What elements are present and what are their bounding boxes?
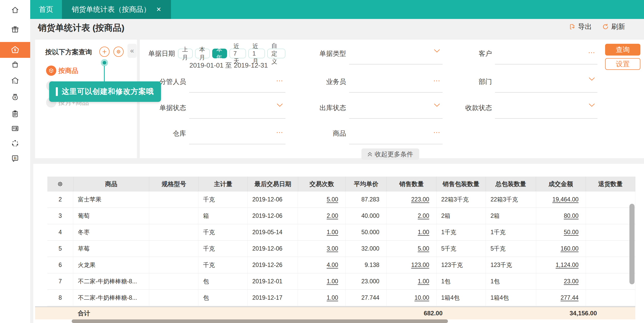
column-header-sales-qty[interactable]: 销售数量 — [387, 177, 436, 191]
panel-collapse-button[interactable]: « — [127, 44, 137, 58]
department-select[interactable] — [495, 77, 597, 93]
cell-unit: 千克 — [198, 257, 248, 273]
salesman-picker[interactable] — [349, 77, 443, 93]
warehouse-icon[interactable] — [0, 73, 30, 89]
cell-times-link[interactable]: 3.00 — [327, 245, 338, 252]
cell-times-link[interactable]: 5.00 — [327, 196, 338, 203]
query-button[interactable]: 查询 — [605, 44, 640, 56]
column-header-total-pkg[interactable]: 总包装数量 — [486, 177, 536, 191]
date-preset-1-month[interactable]: 近1月 — [248, 49, 265, 58]
gift-icon[interactable] — [0, 21, 30, 37]
cell-sales-qty-link[interactable]: 1.00 — [418, 229, 429, 236]
customer-picker[interactable] — [495, 49, 597, 64]
scheme-item-by-product[interactable]: 按商品 — [46, 66, 78, 76]
vertical-scrollbar-thumb[interactable] — [629, 204, 635, 284]
share-network-icon[interactable] — [0, 135, 30, 151]
table-row: 8 不二家-牛奶棒棒糖-8... 包 2019-12-17 1.00 27.74… — [47, 290, 635, 306]
cell-sales-qty-link[interactable]: 1.00 — [418, 278, 429, 285]
date-preset-this-month[interactable]: 本月 — [195, 49, 210, 58]
add-scheme-button[interactable] — [99, 47, 110, 57]
cell-sales-qty-link[interactable]: 2.00 — [418, 212, 429, 219]
payment-status-select[interactable] — [495, 103, 597, 119]
column-header-unit[interactable]: 主计量 — [199, 177, 248, 191]
scheme-settings-button[interactable] — [113, 47, 124, 57]
cell-amount-link[interactable]: 80.00 — [564, 212, 579, 219]
filter-salesman[interactable]: 业务员 — [302, 77, 443, 93]
date-range-value[interactable]: 2019-01-01 至 2019-12-31 — [189, 61, 268, 70]
outbound-status-select[interactable] — [349, 103, 443, 119]
column-header-returns[interactable]: 退货数量 — [586, 177, 635, 191]
cell-avg-price: 87.283 — [346, 191, 387, 208]
cell-times-link[interactable]: 1.00 — [327, 278, 338, 285]
manager-picker[interactable] — [189, 77, 285, 93]
cell-amount-link[interactable]: 19,464.00 — [552, 196, 578, 203]
cell-avg-price: 50.000 — [346, 224, 387, 240]
shopping-bag-icon[interactable] — [0, 57, 30, 72]
cell-returns — [586, 208, 635, 224]
column-header-times[interactable]: 交易次数 — [298, 177, 346, 191]
cell-times-link[interactable]: 2.00 — [327, 212, 338, 219]
filter-customer[interactable]: 客户 — [448, 49, 597, 64]
filter-warehouse[interactable]: 仓库 — [142, 128, 285, 144]
cell-sales-qty-link[interactable]: 123.00 — [411, 262, 429, 268]
filter-outbound-status[interactable]: 出库状态 — [302, 103, 443, 119]
warehouse-picker[interactable] — [189, 128, 285, 144]
column-header-spec[interactable]: 规格型号 — [149, 177, 198, 191]
cell-sales-pkg: 22箱3千克 — [437, 191, 486, 208]
cell-amount-link[interactable]: 277.44 — [561, 294, 578, 301]
cell-times-link[interactable]: 1.00 — [327, 229, 338, 236]
table-row: 4 冬枣 千克 2019-05-14 1.00 50.000 1.00 1千克 … — [47, 224, 635, 241]
filter-warehouse-label: 仓库 — [142, 128, 186, 144]
column-header-last-date[interactable]: 最后交易日期 — [248, 177, 298, 191]
tab-home[interactable]: 首页 — [30, 0, 62, 19]
date-preset-custom[interactable]: 自定义 — [267, 49, 285, 58]
collapse-conditions-bar[interactable]: 收起更多条件 — [361, 148, 419, 160]
cell-amount-link[interactable]: 1,124.00 — [556, 262, 579, 268]
cell-sales-qty-link[interactable]: 10.00 — [414, 294, 429, 301]
product-picker[interactable] — [349, 128, 443, 144]
cell-times-link[interactable]: 4.00 — [327, 262, 338, 268]
filter-product[interactable]: 商品 — [302, 128, 443, 144]
cell-amount-link[interactable]: 160.00 — [561, 245, 578, 252]
filter-department[interactable]: 部门 — [448, 77, 597, 93]
cell-sales-pkg: 2箱 — [437, 208, 486, 224]
column-header-sales-pkg[interactable]: 销售包装数量 — [436, 177, 486, 191]
export-label: 导出 — [578, 22, 592, 31]
column-header-avg-price[interactable]: 平均单价 — [346, 177, 387, 191]
cell-amount-link[interactable]: 50.00 — [564, 229, 579, 236]
tab-close-icon[interactable]: ✕ — [156, 6, 161, 13]
date-preset-this-year[interactable]: 本年 — [212, 49, 227, 58]
tab-bar: 首页 销货单统计表（按商品） ✕ — [30, 0, 644, 19]
money-pouch-icon[interactable]: ¥ — [0, 89, 30, 105]
filter-customer-label: 客户 — [448, 49, 492, 64]
filter-payment-status[interactable]: 收款状态 — [448, 103, 597, 119]
settings-button[interactable]: 设置 — [605, 58, 640, 70]
tab-sales-report[interactable]: 销货单统计表（按商品） ✕ — [62, 0, 171, 19]
column-settings-button[interactable] — [47, 177, 73, 191]
home-icon[interactable] — [0, 2, 30, 18]
doc-type-select[interactable] — [349, 49, 443, 64]
filter-manager[interactable]: 分管人员 — [142, 77, 285, 93]
cell-sales-qty-link[interactable]: 223.00 — [411, 196, 429, 203]
export-button[interactable]: 导出 — [569, 22, 592, 31]
cell-unit: 千克 — [198, 241, 248, 257]
horizontal-scrollbar-thumb[interactable] — [72, 319, 448, 323]
cell-last-date: 2019-12-06 — [248, 241, 298, 257]
filter-doc-type[interactable]: 单据类型 — [302, 49, 443, 64]
customer-card-icon[interactable] — [0, 121, 30, 136]
sales-icon[interactable]: $ — [0, 42, 30, 58]
cell-amount-link[interactable]: 23.00 — [564, 278, 579, 285]
cell-spec — [149, 208, 198, 224]
date-preset-last-month[interactable]: 上月 — [178, 49, 193, 58]
cell-times-link[interactable]: 1.00 — [327, 294, 338, 301]
column-header-amount[interactable]: 成交金额 — [536, 177, 586, 191]
new-badge-icon[interactable]: 新 — [0, 150, 30, 166]
doc-status-select[interactable] — [189, 103, 285, 119]
date-preset-7-days[interactable]: 近7天 — [229, 49, 246, 58]
column-header-product[interactable]: 商品 — [73, 177, 149, 191]
refresh-button[interactable]: 刷新 — [602, 22, 625, 31]
cell-sales-qty-link[interactable]: 5.00 — [418, 245, 429, 252]
cell-avg-price: 23.000 — [346, 273, 387, 289]
filter-doc-status[interactable]: 单据状态 — [142, 103, 285, 119]
clipboard-icon[interactable] — [0, 106, 30, 122]
